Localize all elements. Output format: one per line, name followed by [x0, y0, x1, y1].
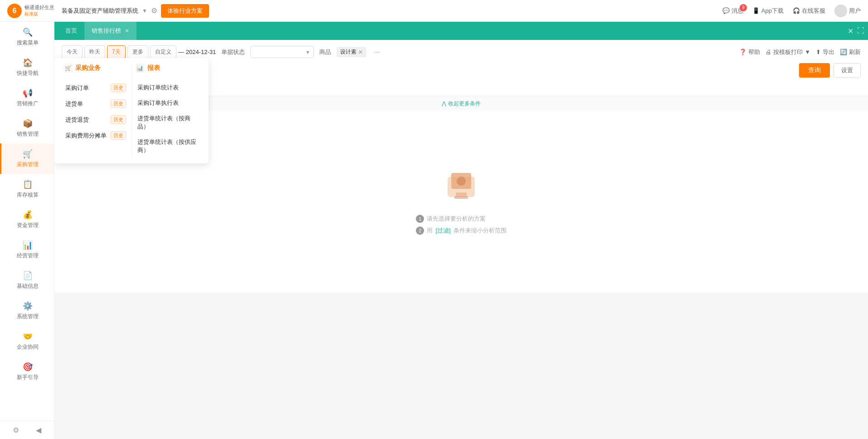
goods-tag-value: 设计素: [340, 48, 356, 56]
sidebar-settings-icon[interactable]: ⚙: [13, 426, 19, 434]
logo-tag: 标准版: [24, 11, 54, 17]
report-order-stat-label: 采购订单统计表: [137, 84, 179, 92]
date-btn-more[interactable]: 更多: [127, 45, 148, 59]
tab-bar: 首页 销售排行榜 ✕ ✕ ⛶: [54, 22, 868, 40]
header-right: 💬 9 消息 📱 App下载 🎧 在线客服 用户: [722, 5, 861, 17]
tab-close-icon[interactable]: ✕: [125, 28, 129, 34]
report-inbound-supplier-label: 进货单统计表（按供应商）: [137, 138, 198, 154]
sidebar-label-basicinfo: 基础信息: [17, 282, 39, 290]
tab-content-wrapper: 🛒 采购业务 采购订单 历史 进货单 历史 进货退货 历史: [54, 40, 868, 293]
sidebar-item-sales[interactable]: 📦 销售管理: [0, 113, 54, 143]
tab-sales-ranking[interactable]: 销售排行榜 ✕: [84, 22, 137, 40]
user-avatar: [834, 5, 847, 17]
print-btn[interactable]: 🖨 按模板打印 ▼: [766, 48, 810, 56]
user-item[interactable]: 用户: [834, 5, 861, 17]
menu-item-purchase-order[interactable]: 采购订单 历史: [63, 80, 128, 96]
sidebar-label-navigation: 快捷导航: [17, 69, 39, 77]
step2-suffix: 条件来缩小分析范围: [454, 225, 507, 237]
step1-text: 请先选择要分析的方案: [427, 213, 486, 225]
message-badge: 9: [740, 4, 747, 11]
industry-btn[interactable]: 体验行业方案: [161, 4, 209, 18]
sidebar-item-system[interactable]: ⚙️ 系统管理: [0, 296, 54, 326]
purchase-fee-label: 采购费用分摊单: [65, 132, 107, 140]
sidebar-item-search[interactable]: 🔍 搜索菜单: [0, 22, 54, 52]
date-btn-custom[interactable]: 自定义: [150, 45, 176, 59]
sidebar-item-finance[interactable]: 💰 资金管理: [0, 204, 54, 235]
sidebar-label-marketing: 营销推广: [17, 100, 39, 108]
mobile-icon: 📱: [752, 7, 760, 14]
date-btn-yesterday[interactable]: 昨天: [84, 45, 105, 59]
step2-num: 2: [416, 227, 424, 235]
app-download-item[interactable]: 📱 App下载: [752, 7, 784, 15]
operation-icon: 📊: [23, 240, 33, 250]
voucher-status-label: 单据状态: [221, 48, 245, 56]
collapse-label: 收起更多条件: [448, 100, 481, 107]
sidebar-item-navigation[interactable]: 🏠 快捷导航: [0, 52, 54, 83]
menu-item-purchase-fee[interactable]: 采购费用分摊单 历史: [63, 128, 128, 143]
menu-item-report-order-exec[interactable]: 采购订单执行表: [136, 95, 200, 111]
message-icon: 💬: [722, 7, 730, 14]
tab-close-all-icon[interactable]: ✕: [848, 27, 853, 35]
report-menu-header-icon: 📊: [136, 64, 145, 73]
toolbar-right: ❓ 帮助 🖨 按模板打印 ▼ ⬆ 导出: [739, 48, 861, 56]
export-icon: ⬆: [816, 49, 821, 55]
collab-icon: 🤝: [23, 331, 33, 341]
settings-icon[interactable]: ⚙: [151, 6, 157, 15]
help-btn[interactable]: ❓ 帮助: [739, 48, 760, 56]
home-icon: 🏠: [23, 58, 33, 68]
menu-item-report-order-stat[interactable]: 采购订单统计表: [136, 80, 200, 95]
dropdown-menu: 🛒 采购业务 采购订单 历史 进货单 历史 进货退货 历史: [54, 58, 209, 163]
export-btn[interactable]: ⬆ 导出: [816, 48, 834, 56]
menu-item-report-inbound-supplier[interactable]: 进货单统计表（按供应商）: [136, 134, 200, 158]
top-header: 6 畅通通好生意 标准版 装备及固定资产辅助管理系统 ▼ ⚙ 体验行业方案 💬 …: [0, 0, 868, 22]
step1-num: 1: [416, 215, 424, 223]
refresh-btn[interactable]: 🔄 刷新: [840, 48, 861, 56]
goods-dots[interactable]: ···: [374, 48, 380, 56]
purchase-inbound-history-tag: 历史: [111, 99, 126, 108]
finance-icon: 💰: [23, 210, 33, 220]
goods-tag: 设计素 ✕: [336, 47, 366, 57]
menu-item-report-inbound-goods[interactable]: 进货单统计表（按商品）: [136, 111, 200, 134]
menu-item-purchase-return[interactable]: 进货退货 历史: [63, 112, 128, 128]
tab-fullscreen-icon[interactable]: ⛶: [857, 27, 864, 35]
empty-text: 1 请先选择要分析的方案 2 用[过滤]条件来缩小分析范围: [416, 213, 506, 237]
report-order-exec-label: 采购订单执行表: [137, 99, 179, 107]
message-item[interactable]: 💬 9 消息: [722, 7, 743, 15]
set-btn[interactable]: 设置: [834, 63, 861, 78]
sidebar-collapse-icon[interactable]: ◀: [36, 426, 41, 434]
purchase-order-label: 采购订单: [65, 84, 89, 92]
sidebar-item-inventory[interactable]: 📋 库存核算: [0, 174, 54, 204]
sidebar-item-marketing[interactable]: 📢 营销推广: [0, 83, 54, 113]
tab-home[interactable]: 首页: [58, 22, 84, 40]
inventory-icon: 📋: [23, 179, 33, 189]
app-download-label: App下载: [761, 7, 784, 15]
refresh-label: 刷新: [849, 48, 861, 56]
tab-sales-ranking-label: 销售排行榜: [92, 27, 121, 35]
filter-row-1: 今天 昨天 7天 更多 自定义 — 2024-12-31 单据状态 ▼: [62, 45, 861, 59]
voucher-status-select[interactable]: [250, 46, 314, 58]
svg-rect-4: [454, 196, 468, 199]
search-btn[interactable]: 查询: [799, 63, 830, 78]
date-btn-today[interactable]: 今天: [62, 45, 83, 59]
collapse-up-icon: ⋀: [442, 100, 448, 107]
menu-item-purchase-inbound[interactable]: 进货单 历史: [63, 96, 128, 112]
report-inbound-goods-label: 进货单统计表（按商品）: [137, 114, 198, 131]
sidebar-item-guide[interactable]: 🎯 新手引导: [0, 356, 54, 387]
sidebar-item-basicinfo[interactable]: 📄 基础信息: [0, 265, 54, 296]
system-dropdown-arrow[interactable]: ▼: [142, 8, 147, 14]
goods-tag-close[interactable]: ✕: [358, 49, 363, 55]
purchase-inbound-label: 进货单: [65, 100, 83, 108]
main-layout: 🔍 搜索菜单 🏠 快捷导航 📢 营销推广 📦 销售管理 🛒 采购管理 📋 库存核…: [0, 22, 868, 439]
sales-icon: 📦: [23, 118, 33, 128]
help-icon: ❓: [739, 49, 746, 55]
sidebar-item-collab[interactable]: 🤝 企业协同: [0, 326, 54, 356]
date-end-value: 2024-12-31: [186, 49, 216, 55]
sidebar-label-purchase: 采购管理: [17, 161, 39, 168]
tab-home-label: 首页: [65, 27, 77, 35]
date-btn-7days[interactable]: 7天: [107, 45, 126, 59]
sidebar-item-operation[interactable]: 📊 经营管理: [0, 235, 54, 265]
sidebar-item-purchase[interactable]: 🛒 采购管理: [0, 143, 54, 174]
purchase-menu-header-label: 采购业务: [75, 64, 101, 72]
online-service-item[interactable]: 🎧 在线客服: [793, 7, 825, 15]
empty-illustration: [439, 168, 484, 204]
